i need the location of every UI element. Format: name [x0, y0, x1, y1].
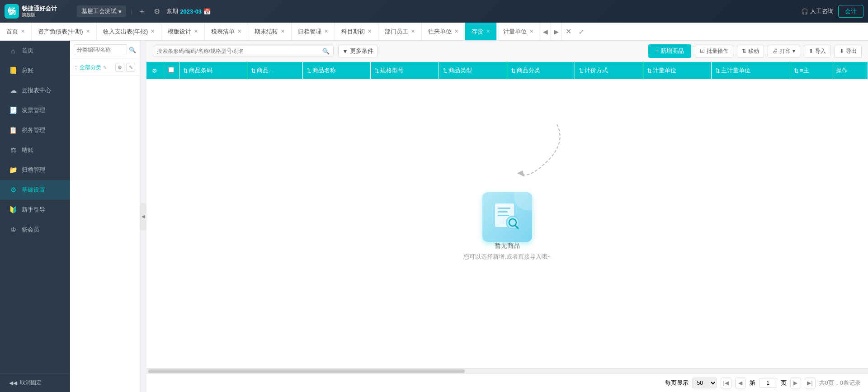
product-empty-illustration: [482, 192, 532, 242]
col-category[interactable]: ⇅ 商品分类: [507, 62, 575, 79]
sidebar-item-ledger[interactable]: 📒 总账: [0, 61, 70, 80]
sidebar-item-home[interactable]: ⌂ 首页: [0, 41, 70, 61]
add-tab-button[interactable]: ＋: [137, 5, 147, 18]
archive-icon: 📁: [9, 166, 17, 174]
svg-rect-3: [498, 211, 508, 213]
filter-icon: ▼: [342, 48, 348, 55]
print-dropdown-icon: ▾: [793, 48, 795, 54]
all-category-label[interactable]: 全部分类: [80, 64, 101, 71]
tab-archive[interactable]: 归档管理 ✕: [292, 23, 335, 40]
sidebar-item-invoice[interactable]: 🧾 发票管理: [0, 100, 70, 120]
tab-template-close[interactable]: ✕: [194, 28, 198, 34]
tab-unit-close[interactable]: ✕: [529, 28, 533, 34]
col-main-unit[interactable]: ⇅ 主计量单位: [711, 62, 790, 79]
col-barcode[interactable]: ⇅ 商品条码: [179, 62, 247, 79]
tab-inventory-close[interactable]: ✕: [486, 28, 490, 34]
tab-period-end-close[interactable]: ✕: [281, 28, 285, 34]
tab-dept[interactable]: 部门员工 ✕: [378, 23, 422, 40]
page-first-button[interactable]: |◀: [721, 378, 731, 388]
sidebar-unpin[interactable]: ◀◀ 取消固定: [0, 373, 70, 392]
tab-partner-close[interactable]: ✕: [454, 28, 458, 34]
new-product-button[interactable]: + 新增商品: [648, 44, 691, 58]
more-conditions-button[interactable]: ▼ 更多条件: [338, 45, 377, 57]
tab-balance-close[interactable]: ✕: [86, 28, 90, 34]
page-input[interactable]: [759, 378, 777, 388]
sidebar-item-member[interactable]: ♔ 畅会员: [0, 220, 70, 240]
collapse-panel-button[interactable]: ◀: [140, 203, 146, 230]
tab-subject-close[interactable]: ✕: [368, 28, 372, 34]
tab-archive-close[interactable]: ✕: [324, 28, 328, 34]
tab-tax[interactable]: 税表清单 ✕: [205, 23, 248, 40]
tab-unit[interactable]: 计量单位 ✕: [497, 23, 540, 40]
unpin-icon: ◀◀: [9, 380, 17, 386]
category-settings-icon[interactable]: ⚙: [115, 63, 124, 72]
settings-icon[interactable]: ⚙: [152, 5, 162, 18]
tab-home[interactable]: 首页 ✕: [0, 23, 32, 40]
ledger-icon: 📒: [9, 66, 17, 75]
main-layout: ⌂ 首页 📒 总账 ☁ 云报表中心 🧾 发票管理 📋 税务管理 ⚖ 结账 📁 归…: [0, 41, 868, 392]
sidebar-item-reports[interactable]: ☁ 云报表中心: [0, 80, 70, 100]
product-search-input[interactable]: [157, 48, 320, 54]
search-submit-icon[interactable]: 🔍: [322, 48, 330, 55]
tab-balance[interactable]: 资产负债表(中期) ✕: [32, 23, 97, 40]
sidebar-label-reports: 云报表中心: [22, 86, 51, 94]
tab-template[interactable]: 模版设计 ✕: [161, 23, 205, 40]
tab-scroll-left[interactable]: ◀: [540, 23, 551, 40]
sidebar-item-settings[interactable]: ⚙ 基础设置: [0, 180, 70, 200]
col-extra[interactable]: ⇅ ≡主: [790, 62, 832, 79]
support-button[interactable]: 🎧 人工咨询: [801, 7, 834, 15]
col-settings[interactable]: ⚙: [146, 62, 163, 79]
category-search-icon[interactable]: 🔍: [129, 47, 136, 53]
batch-operation-button[interactable]: ☑ 批量操作: [695, 45, 733, 58]
tab-close-all[interactable]: ✕: [562, 23, 575, 40]
total-info: 共0页，0条记录: [819, 379, 861, 387]
export-button[interactable]: ⬇ 导出: [835, 45, 862, 58]
workspace-selector[interactable]: 基层工会测试 ▾: [77, 5, 126, 17]
tab-income[interactable]: 收入支出表(年报) ✕: [97, 23, 162, 40]
sidebar-item-tax[interactable]: 📋 税务管理: [0, 120, 70, 140]
tab-subject[interactable]: 科目期初 ✕: [335, 23, 378, 40]
tab-scroll-right[interactable]: ▶: [551, 23, 562, 40]
page-next-button[interactable]: ▶: [790, 378, 801, 388]
tab-partner[interactable]: 往来单位 ✕: [422, 23, 465, 40]
sidebar-item-archive[interactable]: 📁 归档管理: [0, 160, 70, 180]
col-name[interactable]: ⇅ 商品名称: [302, 62, 371, 79]
app-name: 畅捷通好会计: [22, 5, 57, 12]
col-checkbox[interactable]: [163, 62, 179, 79]
per-page-select[interactable]: 50 10 20 100: [692, 378, 717, 388]
category-add-icon[interactable]: ✎: [126, 63, 135, 72]
tab-period-end[interactable]: 期末结转 ✕: [248, 23, 292, 40]
page-suffix: 页: [781, 379, 787, 387]
sidebar-item-settle[interactable]: ⚖ 结账: [0, 140, 70, 160]
product-table-container: ⚙ ⇅ 商品条码: [146, 62, 868, 368]
tab-expand[interactable]: ⤢: [575, 23, 588, 40]
move-button[interactable]: ⇅ 移动: [737, 45, 764, 58]
tab-inventory[interactable]: 存货 ✕: [465, 23, 497, 40]
col-spec[interactable]: ⇅ 规格型号: [371, 62, 439, 79]
product-table: ⚙ ⇅ 商品条码: [146, 62, 868, 79]
tab-dept-close[interactable]: ✕: [411, 28, 415, 34]
logo-icon: 畅: [5, 4, 19, 19]
scroll-thumb[interactable]: [148, 369, 465, 373]
col-pricing[interactable]: ⇅ 计价方式: [575, 62, 643, 79]
tab-income-close[interactable]: ✕: [151, 28, 155, 34]
import-button[interactable]: ⬆ 导入: [804, 45, 831, 58]
tab-tax-close[interactable]: ✕: [237, 28, 241, 34]
select-all-checkbox[interactable]: [168, 67, 174, 73]
category-search-input[interactable]: [74, 44, 127, 55]
page-prev-button[interactable]: ◀: [735, 378, 746, 388]
tab-bar: 首页 ✕ 资产负债表(中期) ✕ 收入支出表(年报) ✕ 模版设计 ✕ 税表清单…: [0, 23, 868, 41]
sidebar-label-member: 畅会员: [22, 226, 39, 234]
col-code[interactable]: ⇅ 商品...: [247, 62, 303, 79]
calendar-icon[interactable]: 📅: [203, 8, 211, 15]
horizontal-scrollbar[interactable]: [146, 368, 868, 373]
sidebar-item-guide[interactable]: 🔰 新手引导: [0, 200, 70, 220]
account-button[interactable]: 会计: [838, 5, 863, 18]
print-button[interactable]: 🖨 打印 ▾: [768, 45, 800, 58]
col-type[interactable]: ⇅ 商品类型: [439, 62, 507, 79]
sidebar-label-tax: 税务管理: [22, 126, 45, 134]
page-last-button[interactable]: ▶|: [805, 378, 816, 388]
tab-home-close[interactable]: ✕: [21, 28, 25, 34]
batch-icon: ☑: [700, 48, 705, 54]
col-unit[interactable]: ⇅ 计量单位: [643, 62, 711, 79]
